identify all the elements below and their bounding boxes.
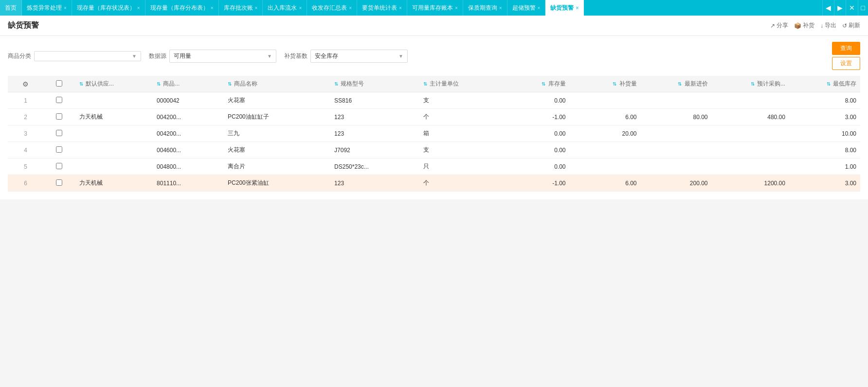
- row-num: 5: [8, 158, 43, 175]
- filter-area: 商品分类 ▼ 数据源 可用量 ▼ 补货基数 安全库存 ▼ 查询 设置: [0, 36, 868, 76]
- nav-prev-button[interactable]: ◀: [822, 0, 834, 16]
- row-spec: 123: [330, 125, 419, 142]
- nav-tab-receive[interactable]: 收发存汇总表×: [307, 0, 357, 16]
- sort-minstock-icon: ⇅: [827, 81, 831, 87]
- export-icon: ↓: [820, 22, 823, 29]
- nav-tab-close-icon[interactable]: ×: [64, 5, 67, 11]
- sort-price-icon: ⇅: [678, 81, 682, 87]
- nav-tab-available[interactable]: 可用量库存账本×: [407, 0, 463, 16]
- row-replenish: 20.00: [570, 125, 641, 142]
- refresh-button[interactable]: ↺ 刷新: [842, 21, 860, 30]
- nav-tab-close-icon[interactable]: ×: [255, 5, 258, 11]
- row-checkbox[interactable]: [56, 179, 62, 186]
- nav-tab-close-icon[interactable]: ×: [349, 5, 352, 11]
- nav-tab-close-icon[interactable]: ×: [211, 5, 214, 11]
- datasource-select[interactable]: 可用量 ▼: [169, 50, 276, 63]
- row-code: 004200...: [153, 109, 224, 125]
- row-checkbox-cell: [43, 142, 75, 158]
- data-table: ⚙ ⇅ 默认供应... ⇅ 商品... ⇅ 商品名称: [8, 76, 860, 192]
- row-checkbox[interactable]: [56, 130, 62, 136]
- row-unit: 支: [419, 142, 499, 158]
- row-minstock: 3.00: [789, 175, 860, 192]
- row-num: 4: [8, 142, 43, 158]
- header-stock: ⇅ 库存量: [499, 76, 570, 92]
- nav-tab-batch[interactable]: 库存批次账×: [219, 0, 263, 16]
- share-button[interactable]: ↗ 分享: [770, 21, 788, 30]
- row-replenish: [570, 158, 641, 175]
- sort-replenish-icon: ⇅: [613, 81, 616, 87]
- nav-tab-label: 超储预警: [512, 4, 536, 12]
- select-all-checkbox[interactable]: [56, 80, 62, 87]
- nav-tab-expiry[interactable]: 保质期查询×: [463, 0, 507, 16]
- row-supplier: [75, 158, 153, 175]
- table-header-row: ⚙ ⇅ 默认供应... ⇅ 商品... ⇅ 商品名称: [8, 76, 860, 92]
- header-spec: ⇅ 规格型号: [330, 76, 419, 92]
- row-checkbox[interactable]: [56, 97, 62, 103]
- row-plan: 1200.00: [712, 175, 789, 192]
- nav-tab-close-icon[interactable]: ×: [538, 5, 541, 11]
- sort-spec-icon: ⇅: [334, 81, 338, 87]
- nav-next-button[interactable]: ▶: [834, 0, 846, 16]
- nav-tab-close-icon[interactable]: ×: [499, 5, 502, 11]
- replenish-base-filter-group: 补货基数 安全库存 ▼: [284, 50, 408, 63]
- nav-tab-demand[interactable]: 要货单统计表×: [357, 0, 407, 16]
- nav-close-button[interactable]: ✕: [846, 0, 858, 16]
- row-stock: -1.00: [499, 175, 570, 192]
- row-code: 004800...: [153, 158, 224, 175]
- nav-tab-close-icon[interactable]: ×: [455, 5, 458, 11]
- row-spec: 123: [330, 109, 419, 125]
- nav-expand-button[interactable]: □: [858, 0, 868, 16]
- row-checkbox[interactable]: [56, 113, 62, 120]
- settings-gear-icon[interactable]: ⚙: [22, 80, 29, 88]
- row-spec: SS816: [330, 92, 419, 109]
- replenish-button[interactable]: 📦 补货: [794, 21, 814, 30]
- replenish-base-select[interactable]: 安全库存 ▼: [310, 50, 408, 63]
- row-plan: 480.00: [712, 109, 789, 125]
- row-unit: 支: [419, 92, 499, 109]
- export-button[interactable]: ↓ 导出: [820, 21, 836, 30]
- category-select[interactable]: ▼: [34, 51, 141, 61]
- table-row: 2力天机械004200...PC200油缸缸子123个-1.006.0080.0…: [8, 109, 860, 125]
- nav-tab-close-icon[interactable]: ×: [399, 5, 402, 11]
- nav-tab-label: 现存量（库存分布表）: [150, 4, 209, 12]
- setting-button[interactable]: 设置: [832, 57, 860, 70]
- table-row: 5004800...离合片DS250*23c...只0.001.00: [8, 158, 860, 175]
- nav-tab-exception[interactable]: 炼货异常处理×: [22, 0, 72, 16]
- nav-tab-label: 出入库流水: [268, 4, 297, 12]
- replenish-icon: 📦: [794, 22, 801, 29]
- nav-tab-close-icon[interactable]: ×: [576, 5, 579, 11]
- nav-tab-overstock[interactable]: 超储预警×: [507, 0, 546, 16]
- row-checkbox-cell: [43, 125, 75, 142]
- nav-tab-shortage[interactable]: 缺货预警×: [545, 0, 584, 16]
- row-num: 2: [8, 109, 43, 125]
- row-stock: 0.00: [499, 158, 570, 175]
- row-unit: 个: [419, 175, 499, 192]
- nav-tab-close-icon[interactable]: ×: [299, 5, 302, 11]
- sort-code-icon: ⇅: [157, 81, 161, 87]
- row-checkbox[interactable]: [56, 146, 62, 153]
- row-code: 004200...: [153, 125, 224, 142]
- table-row: 3004200...三九123箱0.0020.0010.00: [8, 125, 860, 142]
- nav-tab-stock-dist[interactable]: 现存量（库存分布表）×: [145, 0, 219, 16]
- sort-unit-icon: ⇅: [423, 81, 427, 87]
- nav-tab-flow[interactable]: 出入库流水×: [263, 0, 307, 16]
- row-supplier: 力天机械: [75, 109, 153, 125]
- row-code: 801110...: [153, 175, 224, 192]
- row-plan: [712, 158, 789, 175]
- row-checkbox-cell: [43, 92, 75, 109]
- nav-tab-label: 保质期查询: [468, 4, 497, 12]
- query-button[interactable]: 查询: [832, 42, 860, 55]
- nav-tab-home[interactable]: 首页: [0, 0, 22, 16]
- row-spec: 123: [330, 175, 419, 192]
- row-price: [641, 92, 712, 109]
- nav-tab-stock-status[interactable]: 现存量（库存状况表）×: [72, 0, 145, 16]
- header-name: ⇅ 商品名称: [224, 76, 330, 92]
- row-spec: J7092: [330, 142, 419, 158]
- row-name: 火花塞: [224, 142, 330, 158]
- header-plan: ⇅ 预计采购...: [712, 76, 789, 92]
- header-minstock: ⇅ 最低库存: [789, 76, 860, 92]
- datasource-filter-group: 数据源 可用量 ▼: [149, 50, 276, 63]
- row-checkbox[interactable]: [56, 163, 62, 169]
- nav-tab-close-icon[interactable]: ×: [137, 5, 140, 11]
- header-gear: ⚙: [8, 76, 43, 92]
